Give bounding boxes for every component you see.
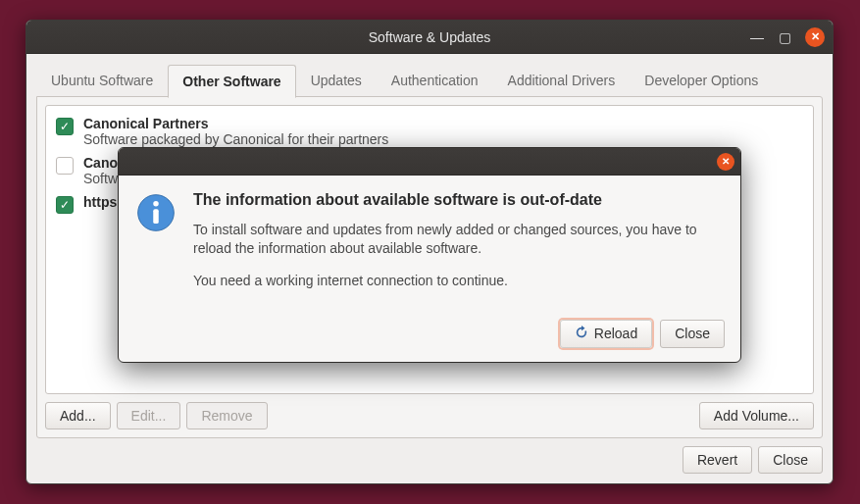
reload-button[interactable]: Reload — [560, 320, 652, 348]
svg-point-2 — [153, 201, 159, 207]
footer: Revert Close — [26, 438, 833, 483]
maximize-icon[interactable]: ▢ — [778, 30, 791, 44]
tab-updates[interactable]: Updates — [296, 64, 377, 97]
close-button[interactable]: Close — [758, 446, 823, 474]
edit-button: Edit... — [117, 402, 181, 429]
reload-icon — [575, 326, 588, 342]
dialog-heading: The information about available software… — [193, 191, 721, 209]
dialog-close-icon[interactable]: ✕ — [717, 153, 734, 171]
tab-ubuntu-software[interactable]: Ubuntu Software — [36, 64, 168, 97]
checkbox-icon[interactable]: ✓ — [56, 196, 74, 214]
source-title: Canonical Partners — [83, 116, 388, 131]
reload-label: Reload — [594, 326, 637, 341]
tab-bar: Ubuntu Software Other Software Updates A… — [26, 54, 833, 97]
titlebar: Software & Updates — ▢ ✕ — [26, 21, 833, 54]
tab-authentication[interactable]: Authentication — [377, 64, 493, 97]
dialog-titlebar: ✕ — [119, 148, 740, 176]
revert-button[interactable]: Revert — [683, 446, 752, 474]
source-desc: Software packaged by Canonical for their… — [83, 131, 388, 147]
info-icon — [134, 191, 177, 234]
panel-button-row: Add... Edit... Remove Add Volume... — [45, 394, 814, 429]
minimize-icon[interactable]: — — [750, 30, 764, 44]
tab-other-software[interactable]: Other Software — [168, 65, 295, 98]
dialog-text: To install software and updates from new… — [193, 221, 721, 258]
source-title: https: — [83, 194, 122, 210]
reload-dialog: ✕ The information about available softwa… — [118, 147, 741, 363]
svg-rect-3 — [153, 209, 159, 224]
add-button[interactable]: Add... — [45, 402, 111, 429]
dialog-close-button[interactable]: Close — [660, 320, 725, 348]
tab-developer-options[interactable]: Developer Options — [630, 64, 773, 97]
window-title: Software & Updates — [369, 29, 491, 45]
checkbox-icon[interactable] — [56, 157, 74, 175]
checkbox-icon[interactable]: ✓ — [56, 118, 74, 135]
tab-additional-drivers[interactable]: Additional Drivers — [493, 64, 631, 97]
close-icon[interactable]: ✕ — [805, 27, 825, 47]
dialog-text: You need a working internet connection t… — [193, 272, 721, 290]
list-item[interactable]: ✓ Canonical Partners Software packaged b… — [50, 112, 809, 151]
add-volume-button[interactable]: Add Volume... — [699, 402, 814, 429]
remove-button: Remove — [186, 402, 267, 429]
